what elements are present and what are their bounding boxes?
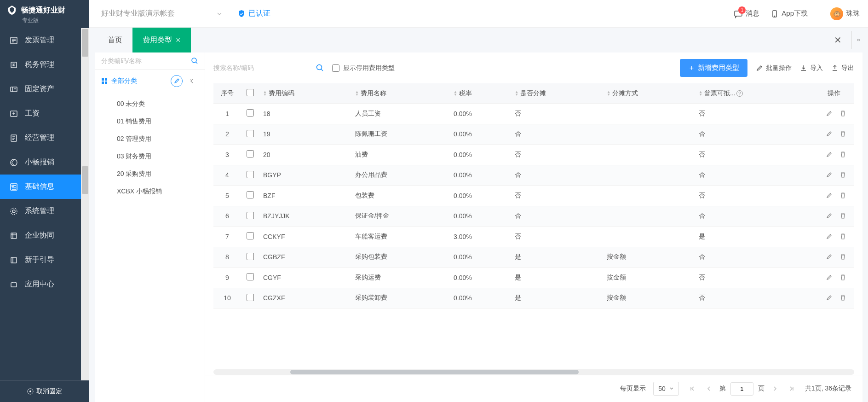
edit-row-button[interactable] [825, 191, 833, 199]
table-row[interactable]: 4 BGYP 办公用品费 0.00% 否 否 [213, 165, 854, 186]
row-checkbox[interactable] [247, 232, 254, 239]
col-header-code[interactable]: ▲▼费用编码 [259, 83, 351, 104]
batch-ops-button[interactable]: 批量操作 [756, 64, 792, 72]
show-disabled-checkbox-input[interactable] [332, 64, 339, 72]
add-expense-type-button[interactable]: ＋ 新增费用类型 [680, 59, 747, 77]
row-checkbox[interactable] [247, 212, 254, 219]
category-item[interactable]: XCBX 小畅报销 [95, 183, 205, 200]
next-page-button[interactable] [769, 383, 781, 395]
sidebar-scrollbar-thumb[interactable] [82, 166, 88, 194]
user-menu[interactable]: 🐵 珠珠 [830, 7, 860, 20]
app-download-button[interactable]: App下载 [770, 9, 808, 18]
delete-row-button[interactable] [839, 232, 847, 240]
sidebar-item-invoice[interactable]: 发票管理 [0, 28, 89, 52]
messages-button[interactable]: 1 消息 [734, 9, 759, 18]
first-page-button[interactable] [686, 383, 698, 395]
close-icon[interactable]: × [176, 35, 181, 45]
edit-row-button[interactable] [825, 150, 833, 158]
search-icon[interactable] [316, 64, 324, 72]
table-row[interactable]: 7 CCKYF 车船客运费 3.00% 否 是 [213, 227, 854, 247]
col-header-share-method[interactable]: ▲▼分摊方式 [603, 83, 695, 104]
table-search-input[interactable] [213, 61, 316, 74]
table-row[interactable]: 6 BZJYJJK 保证金/押金 0.00% 否 否 [213, 206, 854, 227]
col-header-seq[interactable]: 序号 [213, 83, 241, 104]
edit-row-button[interactable] [825, 294, 833, 302]
sidebar-item-salary[interactable]: 工资 [0, 101, 89, 126]
row-checkbox[interactable] [247, 130, 254, 137]
sidebar-item-collab[interactable]: 企业协同 [0, 223, 89, 248]
col-header-deductible[interactable]: ▲▼普票可抵...? [695, 83, 817, 104]
help-icon[interactable]: ? [736, 90, 743, 97]
edit-row-button[interactable] [825, 171, 833, 179]
sidebar-item-basic-info[interactable]: 基础信息 [0, 175, 89, 199]
table-row[interactable]: 5 BZF 包装费 0.00% 否 否 [213, 186, 854, 206]
delete-row-button[interactable] [839, 171, 847, 179]
delete-row-button[interactable] [839, 130, 847, 138]
table-row[interactable]: 9 CGYF 采购运费 0.00% 是 按金额 否 [213, 268, 854, 288]
delete-row-button[interactable] [839, 294, 847, 302]
category-item[interactable]: 02 管理费用 [95, 130, 205, 148]
sidebar-scrollbar-thumb-top[interactable] [82, 29, 88, 57]
account-selector[interactable]: 好业财专业版演示帐套 [98, 9, 226, 18]
table-row[interactable]: 10 CGZXF 采购装卸费 0.00% 是 按金额 否 [213, 288, 854, 309]
table-row[interactable]: 1 18 人员工资 0.00% 否 否 [213, 104, 854, 124]
category-item[interactable]: 20 采购费用 [95, 165, 205, 183]
col-header-rate[interactable]: ▲▼税率 [450, 83, 511, 104]
delete-row-button[interactable] [839, 212, 847, 220]
category-edit-button[interactable] [171, 75, 183, 87]
tabs-close-all-button[interactable]: ✕ [828, 31, 847, 49]
row-checkbox[interactable] [247, 294, 254, 301]
row-checkbox[interactable] [247, 109, 254, 117]
sidebar-item-guide[interactable]: 新手引导 [0, 248, 89, 272]
sidebar-item-system[interactable]: 系统管理 [0, 199, 89, 223]
category-all-label[interactable]: 全部分类 [111, 77, 137, 85]
edit-row-button[interactable] [825, 273, 833, 281]
delete-row-button[interactable] [839, 191, 847, 199]
sidebar-item-operations[interactable]: 经营管理 [0, 126, 89, 150]
category-search-input[interactable] [101, 57, 191, 64]
row-checkbox[interactable] [247, 171, 254, 178]
export-button[interactable]: 导出 [831, 64, 854, 72]
tab-expense-type[interactable]: 费用类型 × [132, 28, 191, 52]
sidebar-item-assets[interactable]: 固定资产 [0, 77, 89, 101]
col-header-name[interactable]: ▲▼费用名称 [351, 83, 450, 104]
select-all-checkbox[interactable] [247, 89, 254, 96]
collapse-panel-button[interactable] [186, 75, 198, 87]
tab-home[interactable]: 首页 [98, 28, 132, 52]
edit-row-button[interactable] [825, 109, 833, 117]
last-page-button[interactable] [786, 383, 798, 395]
edit-row-button[interactable] [825, 253, 833, 261]
edit-row-button[interactable] [825, 212, 833, 220]
horizontal-scrollbar-thumb[interactable] [290, 370, 579, 374]
category-item[interactable]: 03 财务费用 [95, 148, 205, 165]
row-checkbox[interactable] [247, 253, 254, 260]
delete-row-button[interactable] [839, 109, 847, 117]
delete-row-button[interactable] [839, 150, 847, 158]
sidebar-item-expense[interactable]: 小畅报销 [0, 150, 89, 175]
page-input[interactable] [730, 382, 753, 396]
import-button[interactable]: 导入 [800, 64, 823, 72]
table-row[interactable]: 2 19 陈佩珊工资 0.00% 否 否 [213, 124, 854, 145]
category-item[interactable]: 00 未分类 [95, 95, 205, 113]
col-header-share[interactable]: ▲▼是否分摊 [511, 83, 603, 104]
sidebar-unpin-button[interactable]: 取消固定 [0, 380, 89, 402]
row-checkbox[interactable] [247, 150, 254, 157]
prev-page-button[interactable] [703, 383, 715, 395]
delete-row-button[interactable] [839, 273, 847, 281]
edit-row-button[interactable] [825, 130, 833, 138]
sidebar-item-apps[interactable]: 应用中心 [0, 272, 89, 297]
tabs-expand-button[interactable] [851, 31, 860, 49]
horizontal-scrollbar[interactable] [213, 369, 854, 375]
delete-row-button[interactable] [839, 253, 847, 261]
edit-row-button[interactable] [825, 232, 833, 240]
row-checkbox[interactable] [247, 191, 254, 198]
table-row[interactable]: 8 CGBZF 采购包装费 0.00% 是 按金额 否 [213, 247, 854, 268]
row-checkbox[interactable] [247, 273, 254, 280]
table-row[interactable]: 3 20 油费 0.00% 否 否 [213, 145, 854, 165]
sidebar-item-tax[interactable]: 税务管理 [0, 52, 89, 77]
category-item[interactable]: 01 销售费用 [95, 113, 205, 130]
show-disabled-checkbox[interactable]: 显示停用费用类型 [332, 64, 395, 72]
per-page-select[interactable]: 50 [653, 382, 679, 396]
sidebar-scrollbar[interactable] [81, 28, 89, 380]
search-icon[interactable] [191, 57, 198, 64]
